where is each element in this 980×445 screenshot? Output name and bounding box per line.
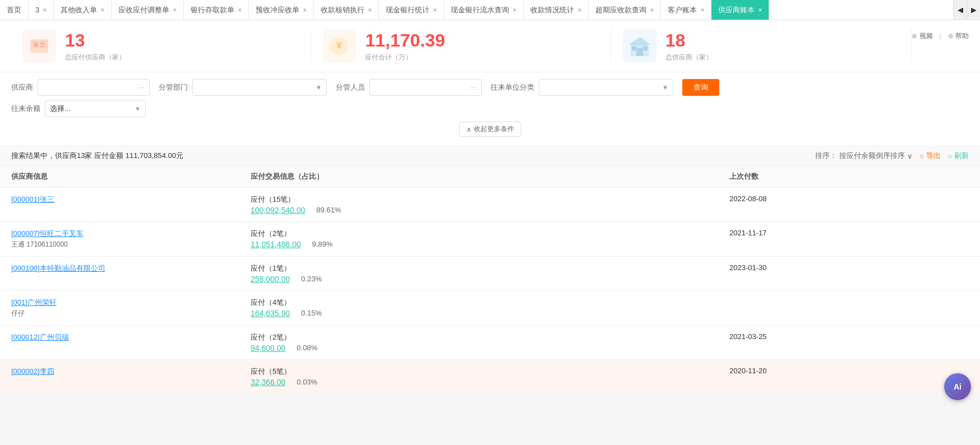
- tx-row-5: 94,600.00 0.08%: [251, 342, 729, 353]
- nav-tab-other-income[interactable]: 其他收入单 ×: [54, 0, 112, 20]
- nav-tab-collection-stat-label: 收款情况统计: [530, 5, 574, 15]
- search-button[interactable]: 查询: [682, 79, 719, 96]
- nav-tab-advance-offset-close[interactable]: ×: [303, 6, 307, 14]
- filter-balance: 往来余额 选择... ▼: [11, 100, 146, 117]
- tx-info-6: 应付（5笔） 32,366.00 0.03%: [251, 367, 729, 387]
- category-select[interactable]: ▼: [539, 79, 673, 96]
- tx-amount-3[interactable]: 258,000.00: [251, 275, 290, 284]
- filter-balance-label: 往来余额: [11, 104, 40, 114]
- tx-info-3: 应付（1笔） 258,000.00 0.23%: [251, 263, 729, 284]
- nav-tab-3-label: 3: [35, 6, 39, 14]
- last-payment-5: 2021-03-25: [729, 332, 969, 341]
- balance-select[interactable]: 选择... ▼: [45, 100, 146, 117]
- table-row: [000007]恒旺二手叉车 王通 17106110000 应付（2笔） 11,…: [0, 222, 980, 257]
- last-payment-6: 2020-11-20: [729, 367, 969, 375]
- filter-category: 往来单位分类 ▼: [491, 79, 673, 96]
- total-supplier-count-value: 18: [665, 30, 713, 51]
- person-input[interactable]: ···: [369, 79, 482, 96]
- help-link[interactable]: ⊙ 帮助: [948, 31, 969, 41]
- nav-tab-bank-deposit[interactable]: 银行存取款单 ×: [184, 0, 249, 20]
- nav-tab-overdue-ar-close[interactable]: ×: [650, 6, 654, 14]
- col-header-supplier: 供应商信息: [11, 171, 251, 182]
- supplier-link-6[interactable]: [000002]李四: [11, 367, 251, 377]
- tools-separator: |: [940, 33, 941, 40]
- sort-select[interactable]: 排序： 按应付余额倒序排序 ∨: [815, 151, 913, 161]
- total-supplier-count-label: 总供应商（家）: [665, 53, 713, 62]
- nav-tab-home[interactable]: 首页: [0, 0, 29, 20]
- export-button[interactable]: ○ 导出: [919, 151, 941, 161]
- supplier-link-4[interactable]: [001]广州荣轩: [11, 298, 251, 308]
- nav-tab-ap-adjust-label: 应收应付调整单: [118, 5, 169, 15]
- tx-row-4: 164,635.90 0.15%: [251, 308, 729, 318]
- nav-tab-customer-account-label: 客户账本: [668, 5, 697, 15]
- nav-tab-ap-adjust[interactable]: 应收应付调整单 ×: [112, 0, 184, 20]
- summary-text-total-suppliers: 18 总供应商（家）: [665, 30, 713, 62]
- tx-label-3: 应付（1笔）: [251, 263, 729, 274]
- supplier-info-4: [001]广州荣轩 仔仔: [11, 298, 251, 318]
- results-summary-text: 搜索结果中，供应商13家 应付金额 111,703,854.00元: [11, 151, 183, 160]
- money-icon: ¥: [322, 29, 356, 63]
- last-payment-3: 2023-01-30: [729, 263, 969, 272]
- nav-tab-customer-account[interactable]: 客户账本 ×: [661, 0, 711, 20]
- nav-tab-supplier-account-close[interactable]: ×: [758, 6, 762, 14]
- balance-select-arrow: ▼: [135, 105, 141, 112]
- nav-tab-overdue-ar[interactable]: 超期应收款查询 ×: [589, 0, 661, 20]
- nav-tab-ap-adjust-close[interactable]: ×: [173, 6, 177, 14]
- tx-amount-6[interactable]: 32,366.00: [251, 378, 285, 387]
- nav-tab-other-income-close[interactable]: ×: [100, 6, 104, 14]
- nav-tab-cash-bank-stat[interactable]: 现金银行统计 ×: [379, 0, 444, 20]
- nav-right-arrow[interactable]: ▶: [967, 0, 980, 20]
- nav-tab-collection-verify[interactable]: 收款核销执行 ×: [314, 0, 379, 20]
- svg-rect-3: [40, 46, 45, 47]
- refresh-icon: ○: [947, 152, 952, 160]
- tx-amount-2[interactable]: 11,051,486.00: [251, 240, 301, 249]
- video-link[interactable]: ⊙ 视频: [912, 31, 932, 41]
- collapse-button[interactable]: ∧ 收起更多条件: [459, 122, 521, 137]
- nav-tab-3-close[interactable]: ×: [43, 6, 47, 14]
- refresh-button[interactable]: ○ 刷新: [947, 151, 969, 161]
- nav-tab-supplier-account[interactable]: 供应商账本 ×: [711, 0, 769, 20]
- nav-left-arrow[interactable]: ◀: [953, 0, 967, 20]
- table-row: [000001]张三 应付（15笔） 100,092,540.00 89.61%…: [0, 188, 980, 222]
- nav-tab-cash-bank-flow[interactable]: 现金银行流水查询 ×: [444, 0, 524, 20]
- last-payment-2: 2021-11-17: [729, 229, 969, 237]
- nav-tab-advance-offset-label: 预收冲应收单: [256, 5, 299, 15]
- supplier-link-1[interactable]: [000001]张三: [11, 194, 251, 205]
- filter-person: 分管人员 ···: [336, 79, 482, 96]
- last-payment-1: 2022-08-08: [729, 194, 969, 203]
- nav-tab-collection-stat-close[interactable]: ×: [577, 6, 581, 14]
- nav-tab-collection-verify-close[interactable]: ×: [368, 6, 372, 14]
- svg-rect-11: [643, 46, 648, 50]
- tx-label-4: 应付（4笔）: [251, 298, 729, 308]
- supplier-input[interactable]: ···: [38, 79, 150, 96]
- nav-tab-cash-bank-stat-close[interactable]: ×: [433, 6, 437, 14]
- nav-arrows: ◀ ▶: [953, 0, 980, 20]
- nav-tab-bank-deposit-close[interactable]: ×: [238, 6, 242, 14]
- supplier-info-2: [000007]恒旺二手叉车 王通 17106110000: [11, 229, 251, 249]
- amount-value: 11,170.39: [365, 30, 445, 51]
- tx-amount-1[interactable]: 100,092,540.00: [251, 206, 305, 215]
- col-header-last-payment: 上次付数: [729, 171, 969, 182]
- supplier-link-3[interactable]: [000100]本特勤油品有限公司: [11, 263, 251, 274]
- results-tools: 排序： 按应付余额倒序排序 ∨ ○ 导出 ○ 刷新: [815, 151, 969, 161]
- nav-tab-cash-bank-flow-close[interactable]: ×: [512, 6, 516, 14]
- supplier-icon: [22, 29, 56, 63]
- supplier-link-2[interactable]: [000007]恒旺二手叉车: [11, 229, 251, 239]
- department-select[interactable]: ▼: [192, 79, 327, 96]
- table-row: [000012]广州贝瑞 应付（2笔） 94,600.00 0.08% 2021…: [0, 326, 980, 360]
- tx-label-1: 应付（15笔）: [251, 194, 729, 205]
- nav-tab-customer-account-close[interactable]: ×: [700, 6, 704, 14]
- nav-tab-advance-offset[interactable]: 预收冲应收单 ×: [249, 0, 314, 20]
- summary-bar: 13 总应付供应商（家） ¥ 11,170.39 应付合计（万）: [0, 20, 980, 72]
- tx-amount-4[interactable]: 164,635.90: [251, 309, 290, 318]
- tx-label-2: 应付（2笔）: [251, 229, 729, 239]
- nav-tab-3[interactable]: 3 ×: [29, 0, 54, 20]
- filter-row-1: 供应商 ··· 分管部门 ▼ 分管人员 ··· 往来单位分类 ▼: [11, 79, 969, 96]
- tx-amount-5[interactable]: 94,600.00: [251, 344, 285, 353]
- supplier-link-5[interactable]: [000012]广州贝瑞: [11, 332, 251, 342]
- summary-card-amount: ¥ 11,170.39 应付合计（万）: [311, 29, 611, 63]
- sort-value: 按应付余额倒序排序: [839, 151, 905, 161]
- tx-label-6: 应付（5笔）: [251, 367, 729, 377]
- tx-percent-3: 0.23%: [301, 275, 322, 283]
- nav-tab-collection-stat[interactable]: 收款情况统计 ×: [524, 0, 589, 20]
